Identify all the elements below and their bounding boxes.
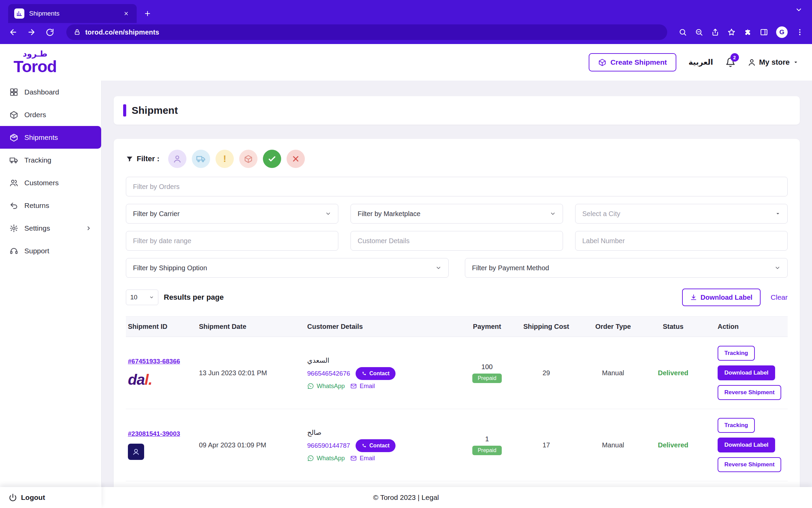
shipment-id-link[interactable]: #67451933-68366 [128, 358, 195, 365]
clear-filters-link[interactable]: Clear [771, 293, 788, 301]
sidebar-item-returns[interactable]: Returns [0, 194, 101, 217]
sidebar-item-shipments[interactable]: Shipments [0, 126, 101, 149]
results-per-page-select[interactable]: 10 [126, 290, 158, 305]
label-number-filter-input[interactable] [575, 231, 788, 251]
share-icon[interactable] [711, 28, 719, 36]
shipping-cost: 17 [542, 441, 550, 449]
shipment-filter-icon[interactable] [168, 150, 186, 168]
shipment-date: 13 Jun 2023 02:01 PM [199, 369, 303, 377]
transit-filter-icon[interactable] [192, 150, 210, 168]
payment-amount: 1 [485, 435, 489, 443]
store-label: My store [759, 58, 790, 67]
reverse-shipment-button[interactable]: Reverse Shipment [718, 385, 781, 400]
customer-phone-link[interactable]: 966590144787 [307, 442, 350, 449]
filters-panel: Filter : ! [114, 139, 800, 508]
page-title-card: Shipment [114, 96, 800, 125]
sidebar-item-tracking[interactable]: Tracking [0, 149, 101, 171]
bookmark-star-icon[interactable] [727, 28, 736, 36]
browser-tab[interactable]: Shipments [8, 4, 137, 23]
envelope-icon [350, 455, 357, 462]
forward-icon[interactable] [26, 27, 37, 37]
chevron-down-icon [775, 211, 781, 216]
column-header: Shipment ID [126, 317, 197, 337]
notification-badge: 2 [730, 53, 739, 62]
logout-label: Logout [21, 493, 45, 502]
date-range-filter-input[interactable] [126, 231, 338, 251]
customers-icon [9, 178, 18, 187]
torod-logo[interactable]: طـرود Torod [14, 50, 57, 75]
menu-kebab-icon[interactable] [796, 28, 804, 36]
chevron-right-icon [86, 225, 92, 231]
sidebar-item-settings[interactable]: Settings [0, 217, 101, 239]
browser-chrome: Shipments torod.co/en/shipments [0, 0, 812, 44]
app-header: طـرود Torod Create Shipment العربية 2 My… [0, 44, 812, 81]
payment-amount: 100 [481, 363, 493, 371]
new-tab-button[interactable] [141, 7, 154, 20]
sidebar-item-orders[interactable]: Orders [0, 103, 101, 126]
tab-favicon-icon [14, 8, 24, 19]
carrier-filter-select[interactable]: Filter by Carrier [126, 204, 338, 224]
sidebar-item-dashboard[interactable]: Dashboard [0, 81, 101, 103]
extensions-icon[interactable] [744, 28, 752, 36]
whatsapp-link[interactable]: WhatsApp [307, 455, 345, 462]
email-link[interactable]: Email [350, 455, 375, 462]
logo-english-text: Torod [14, 59, 57, 75]
language-switch[interactable]: العربية [689, 58, 713, 67]
whatsapp-link[interactable]: WhatsApp [307, 383, 345, 390]
table-row: #23081541-39003 09 Apr 2023 01:09 PM صال… [126, 409, 788, 481]
shipping-cost: 29 [542, 369, 550, 377]
tab-strip-chevron-icon[interactable] [795, 6, 803, 14]
customer-phone-link[interactable]: 966546542676 [307, 370, 350, 377]
sidebar-item-label: Returns [24, 202, 49, 210]
create-shipment-button[interactable]: Create Shipment [589, 53, 676, 71]
orders-icon [9, 110, 18, 119]
page-footer: © Torod 2023 | Legal [0, 487, 812, 508]
zoom-out-icon[interactable] [695, 28, 703, 36]
support-headset-icon [9, 247, 18, 255]
download-label-button[interactable]: Download Label [682, 289, 760, 306]
contact-button[interactable]: Contact [356, 439, 396, 452]
store-menu[interactable]: My store [748, 58, 798, 67]
shipment-id-link[interactable]: #23081541-39003 [128, 430, 195, 438]
download-icon [690, 294, 697, 301]
email-link[interactable]: Email [350, 383, 375, 390]
column-header: Customer Details [305, 317, 464, 337]
url-bar[interactable]: torod.co/en/shipments [66, 24, 667, 40]
returned-filter-icon[interactable] [239, 150, 257, 168]
side-panel-icon[interactable] [760, 28, 768, 36]
sidebar-item-label: Dashboard [24, 88, 59, 96]
customer-details-filter-input[interactable] [351, 231, 563, 251]
profile-avatar[interactable]: G [776, 26, 788, 38]
sidebar-item-customers[interactable]: Customers [0, 171, 101, 194]
tracking-button[interactable]: Tracking [718, 418, 755, 433]
reverse-shipment-button[interactable]: Reverse Shipment [718, 457, 781, 472]
column-header: Action [703, 317, 788, 337]
chevron-down-icon [774, 265, 781, 271]
tab-close-icon[interactable] [122, 9, 131, 18]
package-icon [598, 58, 606, 66]
orders-filter-input[interactable] [126, 177, 788, 196]
notifications-button[interactable]: 2 [725, 57, 736, 67]
payment-method-filter-select[interactable]: Filter by Payment Method [465, 258, 788, 278]
shipping-option-filter-select[interactable]: Filter by Shipping Option [126, 258, 449, 278]
search-icon[interactable] [679, 28, 687, 36]
chevron-down-icon [550, 211, 556, 217]
download-label-row-button[interactable]: Download Label [718, 438, 775, 452]
reload-icon[interactable] [45, 27, 55, 37]
marketplace-filter-select[interactable]: Filter by Marketplace [351, 204, 563, 224]
alert-filter-icon[interactable]: ! [216, 150, 234, 168]
back-icon[interactable] [8, 27, 18, 37]
envelope-icon [350, 383, 357, 389]
tracking-button[interactable]: Tracking [718, 346, 755, 361]
logout-button[interactable]: Logout [0, 487, 102, 508]
sidebar-item-label: Tracking [24, 156, 51, 164]
download-label-row-button[interactable]: Download Label [718, 365, 775, 380]
store-logo-image [128, 444, 144, 460]
sidebar-item-support[interactable]: Support [0, 239, 101, 262]
contact-button[interactable]: Contact [356, 367, 396, 380]
cancelled-filter-icon[interactable] [287, 150, 305, 168]
delivered-filter-icon[interactable] [263, 150, 281, 168]
lock-icon[interactable] [74, 29, 81, 36]
city-filter-select[interactable]: Select a City [575, 204, 788, 224]
chevron-down-icon [325, 211, 331, 217]
